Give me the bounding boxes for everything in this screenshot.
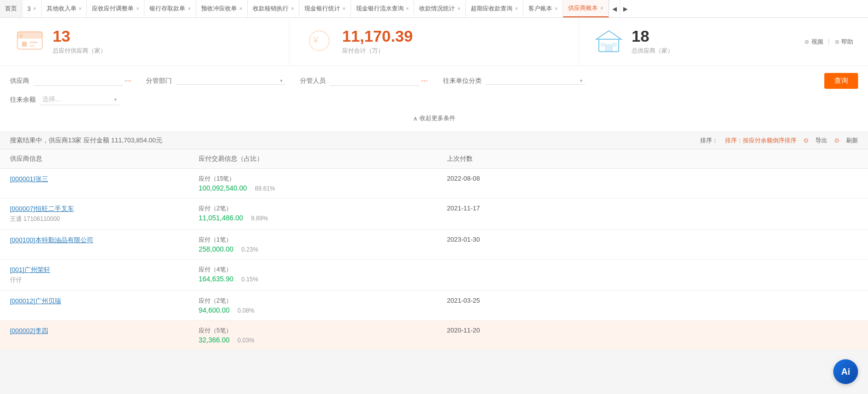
nav-left-arrow[interactable]: ◀ (609, 0, 620, 17)
payable-amount-link-6[interactable]: 32,366.00 (199, 336, 229, 344)
nav-tab-adjustment[interactable]: 应收应付调整单 × (87, 0, 145, 17)
nav-tab-cash-flow[interactable]: 现金银行流水查询 × (351, 0, 415, 17)
close-icon[interactable]: × (291, 6, 294, 11)
svg-point-6 (309, 31, 329, 51)
close-icon[interactable]: × (515, 6, 518, 11)
close-icon[interactable]: × (343, 6, 346, 11)
payable-count-2: 应付（2笔） (199, 204, 447, 213)
person-input[interactable] (330, 76, 419, 86)
query-button[interactable]: 查询 (824, 73, 858, 89)
close-icon[interactable]: × (555, 6, 558, 11)
export-button[interactable]: 导出 (815, 136, 827, 145)
payable-info-6: 应付（5笔） 32,366.00 0.03% (199, 327, 447, 344)
svg-marker-9 (596, 31, 621, 39)
payable-row-6: 32,366.00 0.03% (199, 336, 447, 344)
dept-select[interactable]: ▾ (176, 77, 285, 85)
nav-tab-bank-withdraw[interactable]: 银行存取款单 × (145, 0, 196, 17)
payable-percent-4: 0.15% (241, 276, 258, 283)
supplier-name-link-1[interactable]: [000001]张三 (10, 175, 48, 183)
payable-info-4: 应付（4笔） 164,635.90 0.15% (199, 265, 447, 283)
video-link[interactable]: ⊙ 视频 (804, 38, 823, 46)
supplier-input[interactable] (33, 76, 123, 86)
nav-right-arrow[interactable]: ▶ (620, 0, 631, 17)
nav-tab-collection-exec[interactable]: 收款核销执行 × (248, 0, 299, 17)
payable-amount-link-3[interactable]: 258,000.00 (199, 245, 233, 253)
payable-supplier-count: 13 (53, 28, 106, 44)
table-row: [000007]恒旺二手叉车 王通 17106110000 应付（2笔） 11,… (0, 198, 868, 230)
nav-tab-supplier-book[interactable]: 供应商账本 × (563, 0, 609, 17)
payable-info-3: 应付（1笔） 258,000.00 0.23% (199, 236, 447, 253)
sort-value[interactable]: 排序：按应付余额倒序排序 (725, 136, 796, 145)
filter-balance: 往来余额 选择... ▾ (10, 94, 119, 105)
nav-tab-customer-book[interactable]: 客户账本 × (523, 0, 563, 17)
last-pay-date-3: 2023-01-30 (447, 236, 480, 243)
export-icon: ⊙ (803, 137, 808, 144)
last-pay-date-6: 2020-11-20 (447, 327, 480, 334)
supplier-name-link-6[interactable]: [000002]李四 (10, 327, 48, 334)
dept-dropdown-arrow: ▾ (280, 78, 283, 83)
unit-category-select[interactable]: ▾ (486, 77, 585, 85)
close-icon[interactable]: × (239, 6, 242, 11)
nav-tab-other-income[interactable]: 其他收入单 × (42, 0, 87, 17)
payable-percent-3: 0.23% (241, 246, 258, 253)
close-icon[interactable]: × (457, 6, 460, 11)
nav-tab-overdue-query[interactable]: 超期应收款查询 × (466, 0, 523, 17)
supplier-name-link-3[interactable]: [000100]本特勤油品有限公司 (10, 236, 93, 244)
data-table: 供应商信息 应付交易信息（占比） 上次付数 [000001]张三 应付（15笔）… (0, 149, 868, 350)
payable-amount-link-5[interactable]: 94,600.00 (199, 306, 229, 314)
nav-tab-collection-stat[interactable]: 收款情况统计 × (414, 0, 466, 17)
payable-total-label: 应付合计（万） (342, 47, 413, 55)
payable-amount-link-1[interactable]: 100,092,540.00 (199, 184, 247, 192)
supplier-info-6: [000002]李四 (10, 327, 199, 335)
nav-tab-3[interactable]: 3 × (22, 0, 42, 17)
svg-text:¥: ¥ (313, 35, 319, 45)
top-navigation: 首页 3 × 其他收入单 × 应收应付调整单 × 银行存取款单 × 预收冲应收单… (0, 0, 868, 18)
store-icon (594, 27, 624, 57)
payable-count-5: 应付（2笔） (199, 297, 447, 305)
payable-row-1: 100,092,540.00 89.61% (199, 184, 447, 192)
nav-tab-cash-bank-stat[interactable]: 现金银行统计 × (299, 0, 351, 17)
payable-info-2: 应付（2笔） 11,051,486.00 9.89% (199, 204, 447, 222)
help-link[interactable]: ⊙ 帮助 (835, 38, 853, 46)
collapse-button[interactable]: ∧ 收起更多条件 (10, 112, 858, 125)
balance-select[interactable]: 选择... ▾ (40, 94, 119, 105)
payable-count-6: 应付（5笔） (199, 327, 447, 335)
svg-rect-12 (612, 43, 617, 47)
supplier-input-dots[interactable]: ··· (125, 76, 131, 85)
supplier-name-link-2[interactable]: [000007]恒旺二手叉车 (10, 205, 74, 212)
lastpay-5: 2021-03-25 (447, 297, 858, 304)
refresh-button[interactable]: 刷新 (846, 136, 858, 145)
payable-amount-link-2[interactable]: 11,051,486.00 (199, 214, 243, 222)
summary-card-2-info: 11,170.39 应付合计（万） (342, 28, 413, 55)
close-icon[interactable]: × (600, 5, 603, 11)
lastpay-3: 2023-01-30 (447, 236, 858, 243)
person-filter-label: 分管人员 (300, 76, 326, 85)
payable-percent-1: 89.61% (255, 185, 275, 192)
summary-row: ¥ 13 总应付供应商（家） ¥ 11,170.39 应付合计（万） (0, 18, 868, 66)
filter-supplier: 供应商 ··· (10, 76, 131, 86)
collapse-section: ∧ 收起更多条件 (10, 110, 858, 127)
summary-card-1-info: 13 总应付供应商（家） (53, 28, 106, 55)
payable-amount-link-4[interactable]: 164,635.90 (199, 275, 233, 283)
result-bar: 搜索结果中，供应商13家 应付金额 111,703,854.00元 排序： 排序… (0, 132, 868, 149)
payable-percent-6: 0.03% (237, 337, 254, 344)
supplier-info-1: [000001]张三 (10, 175, 199, 184)
supplier-name-link-5[interactable]: [000012]广州贝瑞 (10, 297, 61, 305)
filter-row-1: 供应商 ··· 分管部门 ▾ 分管人员 ··· 往来单位分类 ▾ 查询 (10, 73, 858, 89)
supplier-name-link-4[interactable]: [001]广州荣轩 (10, 266, 50, 273)
header-supplier: 供应商信息 (10, 154, 199, 163)
filter-area: 供应商 ··· 分管部门 ▾ 分管人员 ··· 往来单位分类 ▾ 查询 (0, 66, 868, 132)
svg-rect-4 (30, 45, 35, 47)
supplier-info-2: [000007]恒旺二手叉车 王通 17106110000 (10, 204, 199, 223)
unit-category-label: 往来单位分类 (443, 76, 482, 85)
person-input-dots[interactable]: ··· (421, 76, 428, 85)
nav-tab-home[interactable]: 首页 (0, 0, 22, 17)
result-bar-tools: 排序： 排序：按应付余额倒序排序 ⊙ 导出 ⊙ 刷新 (700, 136, 858, 145)
close-icon[interactable]: × (406, 6, 409, 11)
close-icon[interactable]: × (33, 6, 36, 11)
nav-tab-prepay[interactable]: 预收冲应收单 × (196, 0, 248, 17)
close-icon[interactable]: × (136, 6, 139, 11)
svg-text:¥: ¥ (19, 33, 23, 39)
close-icon[interactable]: × (79, 6, 82, 11)
close-icon[interactable]: × (188, 6, 191, 11)
